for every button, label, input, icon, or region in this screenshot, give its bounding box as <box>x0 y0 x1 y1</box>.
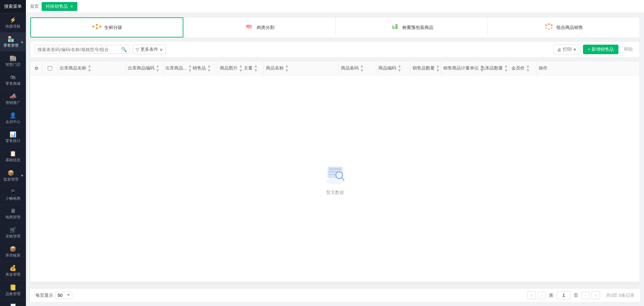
column-settings-icon[interactable]: ⚙ <box>34 66 39 71</box>
marketing-icon: 📣 <box>10 93 16 100</box>
sort-icon[interactable]: ▲▼ <box>436 64 440 73</box>
svg-rect-17 <box>329 168 341 170</box>
sort-icon[interactable]: ▲▼ <box>207 64 211 73</box>
sidebar-item-basic-info[interactable]: 📋 基础信息 <box>0 147 26 166</box>
svg-point-3 <box>99 26 101 28</box>
th-goods-code: 商品编码 ▲▼ <box>376 61 410 75</box>
new-button[interactable]: + 新增销售品 <box>583 45 618 54</box>
th-label: 会员价 <box>511 65 525 71</box>
cat-tab-label: 组合商品销售 <box>556 25 583 31</box>
filter-button[interactable]: ▽ 更多条件 ∨ <box>133 45 166 54</box>
ecom-mgmt-icon: 🖥 <box>10 208 16 214</box>
th-sale-unit: 销售商品计量单位 ▲▼ <box>441 61 479 75</box>
breadcrumb-home[interactable]: 首页 <box>30 3 39 10</box>
last-page-button[interactable]: » <box>591 291 600 299</box>
sidebar-item-label: 总账管理 <box>5 292 20 296</box>
svg-point-9 <box>545 24 547 26</box>
sort-icon[interactable]: ▲▼ <box>285 64 289 73</box>
svg-point-11 <box>551 24 553 26</box>
sort-icon[interactable]: ▲▼ <box>397 64 402 73</box>
sidebar-item-label: 零售管理 <box>3 43 18 48</box>
total-info: 共0页 0条记录 <box>606 292 634 299</box>
sidebar-item-finance[interactable]: 💰 资金管理 <box>0 261 26 280</box>
smart-store-icon: 🏬 <box>10 55 16 61</box>
th-label: 商品图片 <box>220 65 238 71</box>
th-sale-goods: 销售品 ▲▼ <box>191 61 218 75</box>
close-tab-icon[interactable]: ✕ <box>70 4 73 9</box>
empty-illustration <box>321 162 349 185</box>
cat-tab-weighed[interactable]: 称重预包装商品 <box>336 17 488 37</box>
th-settings[interactable]: ⚙ <box>30 61 43 75</box>
sidebar: 搜索菜单 ⚡ 快捷导航 🏪 零售管理 ▲ 🏬 智慧门店 🛍 零售商城 📣 营销推… <box>0 0 26 306</box>
sidebar-item-marketing[interactable]: 📣 营销推广 <box>0 90 26 109</box>
category-tabs: 生鲜分级 肉类分割 <box>30 17 640 38</box>
th-out-goods-code: 出库商品编码 ▲▼ <box>126 61 163 75</box>
active-tab-pill[interactable]: 特殊销售品 ✕ <box>42 2 77 11</box>
next-page-button[interactable]: › <box>582 291 589 299</box>
sidebar-item-ledger[interactable]: 📒 总账管理 <box>0 281 26 300</box>
per-page-select[interactable]: 10 20 50 100 <box>55 292 72 299</box>
search-box[interactable]: 🔍 <box>34 45 130 54</box>
print-button[interactable]: 🖨 打印 ▼ <box>553 44 580 55</box>
print-label: 打印 <box>563 46 572 52</box>
sidebar-item-smart-store[interactable]: 🏬 智慧门店 <box>0 51 26 71</box>
sidebar-logo[interactable]: 搜索菜单 <box>0 0 26 13</box>
search-input[interactable] <box>38 47 119 52</box>
toolbar-left: 🔍 ▽ 更多条件 ∨ <box>34 45 166 54</box>
retail-stats-icon: 📊 <box>10 131 16 138</box>
sidebar-item-label: 库存核算 <box>5 253 20 258</box>
th-checkbox[interactable] <box>43 61 58 75</box>
help-button[interactable]: 帮助 <box>621 45 635 54</box>
expand-arrow-icon: ▲ <box>20 40 24 44</box>
weighed-icon <box>390 23 400 32</box>
search-icon[interactable]: 🔍 <box>121 47 127 52</box>
sidebar-item-label: 零售商城 <box>5 81 20 86</box>
first-page-button[interactable]: « <box>527 291 536 299</box>
wholesale-icon: 📦 <box>8 170 14 176</box>
cat-tab-combo[interactable]: 组合商品销售 <box>488 17 640 37</box>
svg-point-15 <box>326 179 345 184</box>
th-weight: 主量 ▲▼ <box>242 61 264 75</box>
sort-icon[interactable]: ▲▼ <box>155 64 160 73</box>
sidebar-item-member[interactable]: 👤 会员中心 <box>0 109 26 128</box>
sidebar-item-purchase[interactable]: 🛒 采购管理 <box>0 223 26 242</box>
sidebar-item-quick-nav[interactable]: ⚡ 快捷导航 <box>0 13 26 32</box>
mini-ecom-icon: 📱 <box>10 189 16 195</box>
page-number-input[interactable] <box>557 291 570 299</box>
sidebar-item-label: 基础信息 <box>5 158 20 162</box>
sort-icon[interactable]: ▲▼ <box>87 64 92 73</box>
sidebar-item-retail-mall[interactable]: 🛍 零售商城 <box>0 71 26 90</box>
sort-icon[interactable]: ▲▼ <box>504 64 508 73</box>
sidebar-item-label: 资金管理 <box>5 272 20 277</box>
th-ops: 操作 <box>537 61 557 75</box>
cat-tab-meat-cut[interactable]: 肉类分割 <box>183 17 335 37</box>
active-tab-label: 特殊销售品 <box>46 3 68 10</box>
finance-icon: 💰 <box>10 265 16 271</box>
meat-cut-icon <box>244 23 254 32</box>
sidebar-item-ecom-mgmt[interactable]: 🖥 电商管理 <box>0 204 26 223</box>
sidebar-item-retail-stats[interactable]: 📊 零售统计 <box>0 128 26 147</box>
sidebar-item-invoice[interactable]: 🧾 发票管理 <box>0 300 26 306</box>
select-all-checkbox[interactable] <box>48 66 52 71</box>
sidebar-item-retail-mgmt[interactable]: 🏪 零售管理 ▲ <box>0 32 26 51</box>
sort-icon[interactable]: ▲▼ <box>360 64 364 73</box>
prev-page-button[interactable]: ‹ <box>538 291 545 299</box>
expand-arrow-icon: ▼ <box>20 174 24 178</box>
main-area: 首页 特殊销售品 ✕ 生鲜分级 <box>26 0 644 306</box>
purchase-icon: 🛒 <box>10 227 16 233</box>
empty-text: 暂无数据 <box>326 189 344 196</box>
horizontal-scrollbar[interactable] <box>30 282 640 285</box>
th-label: 出库商品名称 <box>60 65 86 71</box>
svg-rect-19 <box>329 174 336 175</box>
sidebar-item-inventory[interactable]: 📦 库存核算 <box>0 242 26 261</box>
sidebar-item-mini-ecom[interactable]: 📱 小畅电商 <box>0 185 26 204</box>
sidebar-item-wholesale[interactable]: 📦 批发管理 ▼ <box>0 166 26 185</box>
sidebar-item-label: 电商管理 <box>5 215 20 219</box>
sort-icon[interactable]: ▲▼ <box>526 64 530 73</box>
cat-tab-fresh-grade[interactable]: 生鲜分级 <box>30 17 183 37</box>
quick-nav-icon: ⚡ <box>10 17 16 23</box>
sort-icon[interactable]: ▲▼ <box>254 64 258 73</box>
filter-icon: ▽ <box>136 47 139 52</box>
th-out-goods-spec: 出库商品... ▲▼ <box>163 61 191 75</box>
svg-point-5 <box>246 25 249 27</box>
